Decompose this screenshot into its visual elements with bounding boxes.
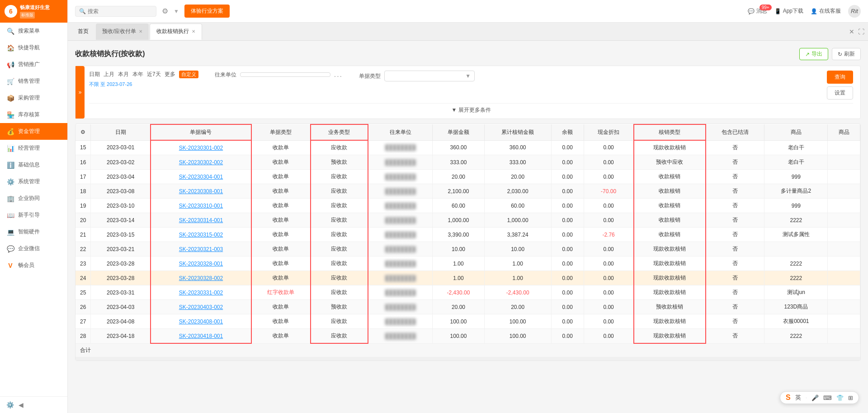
cell-sn[interactable]: SK-20230302-002 (151, 155, 251, 170)
page-actions: ↗ 导出 ↻ 刷新 (799, 48, 861, 60)
sidebar-item-finance[interactable]: 💰 资金管理 (0, 123, 67, 140)
sidebar-item-member[interactable]: V 畅会员 (0, 257, 67, 274)
ime-shirt-icon[interactable]: 👕 (836, 394, 844, 401)
col-goods[interactable]: 商品 (764, 124, 828, 140)
collection-tab-close[interactable]: ✕ (192, 29, 195, 34)
sidebar-item-system[interactable]: ⚙️ 系统管理 (0, 173, 67, 190)
sn-link[interactable]: SK-20230418-001 (179, 333, 223, 339)
sn-link[interactable]: SK-20230408-001 (179, 318, 223, 325)
col-sn[interactable]: 单据编号 (151, 124, 251, 140)
custom-date-btn[interactable]: 自定义 (179, 71, 198, 78)
sidebar-item-quicknav[interactable]: 🏠 快捷导航 (0, 39, 67, 56)
ime-s-icon[interactable]: S (786, 394, 791, 402)
tab-expand-button[interactable]: ⛶ (858, 28, 864, 35)
sidebar-item-purchase[interactable]: 📦 采购管理 (0, 90, 67, 106)
type-filter-select[interactable]: ▼ (384, 71, 475, 81)
col-includesettled[interactable]: 包含已结清 (706, 124, 764, 140)
tab-pending[interactable]: 预收/应收付单 ✕ (96, 24, 149, 40)
sn-link[interactable]: SK-20230301-002 (179, 145, 223, 151)
refresh-button[interactable]: ↻ 刷新 (832, 48, 861, 60)
sidebar-item-inventory[interactable]: 🏪 库存核算 (0, 106, 67, 123)
collapse-icon[interactable]: ◀ (19, 401, 24, 408)
col-date[interactable]: 日期 (91, 124, 151, 140)
sidebar-item-search[interactable]: 🔍 搜索菜单 (0, 23, 67, 39)
cell-sn[interactable]: SK-20230314-001 (151, 213, 251, 228)
sidebar-item-hardware[interactable]: 💻 智能硬件 (0, 223, 67, 240)
cell-sn[interactable]: SK-20230308-001 (151, 184, 251, 199)
sn-link[interactable]: SK-20230302-002 (179, 159, 223, 166)
sn-link[interactable]: SK-20230304-001 (179, 174, 223, 180)
cell-sn[interactable]: SK-20230331-002 (151, 285, 251, 300)
ime-keyboard-icon[interactable]: ⌨ (823, 394, 832, 401)
col-unit[interactable]: 往来单位 (368, 124, 433, 140)
horizontal-scrollbar[interactable] (75, 357, 860, 361)
ime-grid-icon[interactable]: ⊞ (848, 394, 853, 401)
cell-sn[interactable]: SK-20230321-003 (151, 242, 251, 256)
sn-link[interactable]: SK-20230315-002 (179, 232, 223, 238)
cell-biztype: 应收款 (311, 140, 368, 155)
filter-toggle-button[interactable]: » (75, 66, 85, 119)
cell-sn[interactable]: SK-20230310-001 (151, 199, 251, 213)
cell-sn[interactable]: SK-20230418-001 (151, 329, 251, 344)
tab-collection[interactable]: 收款核销执行 ✕ (150, 24, 202, 40)
sn-link[interactable]: SK-20230331-002 (179, 290, 223, 296)
cell-sn[interactable]: SK-20230315-002 (151, 228, 251, 242)
pending-tab-close[interactable]: ✕ (139, 29, 142, 34)
col-canceltype[interactable]: 核销类型 (634, 124, 706, 140)
table-scroll-area[interactable]: ⚙ 日期 单据编号 单据类型 业务类型 往来单位 单据金额 累计核销金额 余额 … (75, 124, 860, 357)
online-service-button[interactable]: 👤 在线客服 (811, 7, 841, 15)
search-input[interactable] (88, 8, 142, 14)
expand-more-btn[interactable]: ▼ 展开更多条件 (451, 107, 491, 113)
more-date-btn[interactable]: 更多 (165, 71, 175, 78)
solution-button[interactable]: 体验行业方案 (184, 5, 230, 18)
message-button[interactable]: 💬 消息 99+ (748, 7, 767, 15)
unit-filter-input[interactable] (240, 72, 330, 77)
sn-link[interactable]: SK-20230308-001 (179, 188, 223, 195)
sn-link[interactable]: SK-20230310-001 (179, 203, 223, 209)
app-download-button[interactable]: 📱 App下载 (774, 7, 803, 15)
this-month-btn[interactable]: 本月 (118, 71, 129, 78)
topbar-search-box[interactable]: 🔍 (75, 6, 156, 17)
col-balance[interactable]: 余额 (551, 124, 584, 140)
cell-sn[interactable]: SK-20230403-002 (151, 300, 251, 314)
sn-link[interactable]: SK-20230314-001 (179, 217, 223, 223)
cell-sn[interactable]: SK-20230408-001 (151, 314, 251, 329)
cell-no: 18 (75, 184, 91, 199)
last-month-btn[interactable]: 上月 (104, 71, 114, 78)
sidebar-item-marketing[interactable]: 📢 营销推广 (0, 56, 67, 73)
filter-settings-button[interactable]: 设置 (827, 86, 853, 100)
col-doctype[interactable]: 单据类型 (251, 124, 311, 140)
query-button[interactable]: 查询 (827, 71, 853, 84)
sn-link[interactable]: SK-20230328-001 (179, 261, 223, 267)
col-biztype[interactable]: 业务类型 (311, 124, 368, 140)
user-avatar[interactable]: Rit (848, 5, 861, 18)
sn-link[interactable]: SK-20230328-002 (179, 275, 223, 281)
cell-sn[interactable]: SK-20230328-001 (151, 256, 251, 271)
sidebar-item-operations[interactable]: 📊 经营管理 (0, 140, 67, 157)
this-year-btn[interactable]: 本年 (132, 71, 143, 78)
ime-mic-icon[interactable]: 🎤 (811, 394, 819, 401)
seven-days-btn[interactable]: 近7天 (147, 71, 161, 78)
col-goods2[interactable]: 商品 (828, 124, 860, 140)
col-cashdiscount[interactable]: 现金折扣 (584, 124, 634, 140)
tab-close-all-button[interactable]: ✕ (849, 28, 854, 35)
sn-link[interactable]: SK-20230321-003 (179, 246, 223, 252)
cell-sn[interactable]: SK-20230328-002 (151, 271, 251, 285)
cell-sn[interactable]: SK-20230304-001 (151, 170, 251, 184)
tab-home[interactable]: 首页 (71, 24, 95, 40)
sidebar-item-enterprise[interactable]: 🏢 企业协同 (0, 190, 67, 207)
sidebar-item-basics[interactable]: ℹ️ 基础信息 (0, 157, 67, 173)
settings-gear-icon[interactable]: ⚙ (162, 7, 168, 15)
sidebar-item-sales[interactable]: 🛒 销售管理 (0, 73, 67, 90)
cell-sn[interactable]: SK-20230301-002 (151, 140, 251, 155)
sidebar-item-wechat[interactable]: 💬 企业微信 (0, 240, 67, 257)
brand-badge: 标推版 (20, 12, 35, 19)
export-button[interactable]: ↗ 导出 (799, 48, 828, 60)
col-gear[interactable]: ⚙ (75, 124, 91, 140)
settings-bottom-icon[interactable]: ⚙️ (6, 401, 14, 408)
sidebar-item-guide[interactable]: 📖 新手引导 (0, 207, 67, 223)
col-totalcancel[interactable]: 累计核销金额 (484, 124, 551, 140)
col-amount[interactable]: 单据金额 (433, 124, 484, 140)
sn-link[interactable]: SK-20230403-002 (179, 304, 223, 310)
ime-english-icon[interactable]: 英 (795, 394, 801, 402)
